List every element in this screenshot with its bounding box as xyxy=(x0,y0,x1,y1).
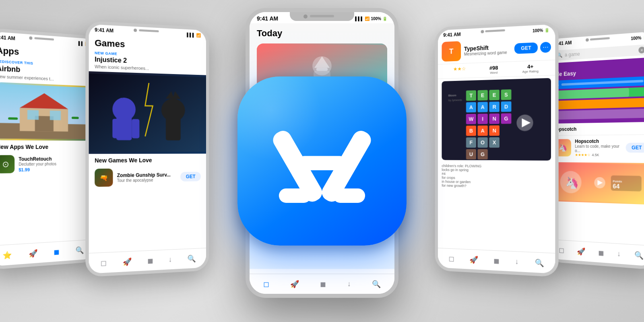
hopscotch-stars: ★★★★☆ xyxy=(575,153,590,157)
nav-games[interactable]: 🚀 xyxy=(29,249,37,258)
svg-rect-78 xyxy=(279,188,311,203)
nav-today[interactable]: ⭐ xyxy=(2,250,12,260)
nav-games-c[interactable]: 🚀 xyxy=(290,280,299,289)
signal-icon-2: ▌▌▌ xyxy=(187,32,195,37)
nav-today-4[interactable]: ◻ xyxy=(448,254,454,263)
typeshift-app-icon: T xyxy=(442,41,461,62)
battery-pct-4: 100% xyxy=(533,28,543,33)
nav-layers-5[interactable]: ◼ xyxy=(598,248,604,257)
nav-search[interactable]: 🔍 xyxy=(76,246,84,255)
age-section: 4+ Age Rating xyxy=(522,63,539,74)
app-price: $1.99 xyxy=(19,166,89,172)
more-options-btn[interactable]: ⋯ xyxy=(540,42,551,53)
svg-rect-7 xyxy=(8,117,18,120)
nav-games-5[interactable]: 🚀 xyxy=(577,247,585,256)
zombie-game-item: 🔫 Zombie Gunship Surv... Tour the apocal… xyxy=(89,165,206,190)
camera-dot xyxy=(29,36,32,40)
clear-search-btn[interactable]: × xyxy=(638,47,644,54)
game-preview-banner: 🦄 Points 64 xyxy=(553,162,644,204)
battery-icon-4: 🔋 xyxy=(544,28,549,33)
new-apps-title: New Apps We Love xyxy=(0,140,95,152)
center-camera xyxy=(303,14,308,19)
svg-text:W: W xyxy=(469,116,474,122)
nav-today-2[interactable]: ◻ xyxy=(100,258,106,267)
svg-rect-9 xyxy=(89,73,206,152)
search-icon-c: 🔍 xyxy=(372,280,381,289)
nav-search-c[interactable]: 🔍 xyxy=(372,280,381,289)
nav-down-2[interactable]: ↓ xyxy=(169,255,172,264)
app-store-logo-svg xyxy=(263,102,381,220)
age-label: Age Rating xyxy=(522,69,539,73)
nav-layers-2[interactable]: ◼ xyxy=(147,256,153,265)
zombie-app-info: Zombie Gunship Surv... Tour the apocalyp… xyxy=(117,172,177,183)
app-desc: Declutter your photos xyxy=(19,161,89,167)
nav-apps[interactable]: ◼ xyxy=(54,247,60,256)
nav-layers-4[interactable]: ◼ xyxy=(493,256,500,265)
svg-text:R: R xyxy=(493,104,496,110)
signal-icon: ▌▌ xyxy=(78,41,84,46)
search-placeholder: a game xyxy=(565,51,580,58)
svg-text:O: O xyxy=(481,140,485,145)
nav-search-4[interactable]: 🔍 xyxy=(535,258,544,268)
down-icon-c: ↓ xyxy=(347,280,351,288)
nav-search-5[interactable]: 🔍 xyxy=(634,250,644,260)
nav-today-c[interactable]: ◻ xyxy=(263,280,269,289)
nav-games-2[interactable]: 🚀 xyxy=(122,257,131,266)
rank-section: #98 Word xyxy=(489,65,498,75)
center-speaker xyxy=(310,15,334,17)
center-screen-label: Today xyxy=(250,23,394,43)
svg-text:U: U xyxy=(469,152,473,157)
hopscotch-count: 4.5K xyxy=(592,153,599,157)
nav-down-5[interactable]: ↓ xyxy=(617,250,621,258)
zombie-desc: Tour the apocalypse xyxy=(117,178,177,183)
battery-icon-5: 🔋 xyxy=(643,35,644,40)
wifi-icon-2: 📶 xyxy=(196,33,200,37)
svg-rect-12 xyxy=(112,119,120,138)
search-icon-2: 🔍 xyxy=(187,254,196,263)
nav-down-4[interactable]: ↓ xyxy=(515,257,518,266)
status-icons-5: 100% 🔋 xyxy=(631,35,644,41)
svg-text:Bloom: Bloom xyxy=(448,93,456,97)
svg-rect-77 xyxy=(297,156,347,170)
svg-text:E: E xyxy=(493,92,496,98)
today-icon: ⭐ xyxy=(2,250,12,260)
typeshift-get-btn[interactable]: GET xyxy=(514,42,538,54)
bar-orange xyxy=(553,98,644,109)
games-icon-4: 🚀 xyxy=(469,255,478,264)
layers-icon-4: ◼ xyxy=(493,256,500,265)
app-info-touch: TouchRetouch Declutter your photos $1.99 xyxy=(19,156,89,172)
nav-search-2[interactable]: 🔍 xyxy=(187,254,196,263)
app-store-icon xyxy=(237,76,407,246)
hopscotch-name: Hopscotch xyxy=(575,138,621,144)
game-hero-image xyxy=(89,71,206,154)
apps-section: Apps REDISCOVER THIS Airbnb New summer e… xyxy=(0,41,95,177)
hopscotch-get-btn[interactable]: GET xyxy=(626,143,644,153)
status-time-2: 9:41 AM xyxy=(95,27,114,34)
progress-bar-1 xyxy=(561,80,644,86)
apps-screen: Apps REDISCOVER THIS Airbnb New summer e… xyxy=(0,41,95,265)
nav-down-c[interactable]: ↓ xyxy=(347,280,351,288)
purple-section: s ade Easy ▶ xyxy=(549,57,644,124)
svg-text:N: N xyxy=(493,128,496,134)
phone-right: 9:41 AM 100% 🔋 T TypeShift Mesmerizing w… xyxy=(435,21,559,277)
today-icon-2: ◻ xyxy=(100,258,106,267)
nav-games-4[interactable]: 🚀 xyxy=(469,255,478,264)
status-icons-2: ▌▌▌ 📶 xyxy=(187,32,201,37)
nav-layers-c[interactable]: ◼ xyxy=(320,280,326,289)
center-wifi: 📶 xyxy=(365,17,369,21)
center-time: 9:41 AM xyxy=(257,15,278,22)
bar-green-inner xyxy=(553,88,629,99)
status-time-4: 9:41 AM xyxy=(443,31,460,38)
get-button[interactable]: GET xyxy=(180,172,200,182)
svg-text:G: G xyxy=(481,152,485,157)
down-icon-2: ↓ xyxy=(169,255,172,264)
word-game-preview: T E E S A A xyxy=(442,78,551,161)
phone-left: 9:41 AM ▌▌▌ 📶 Games NEW GAME Injustice 2… xyxy=(85,21,209,277)
svg-text:X: X xyxy=(493,140,496,145)
center-battery: 100% xyxy=(371,17,381,21)
games-icon-2: 🚀 xyxy=(122,257,131,266)
svg-text:A: A xyxy=(481,104,485,110)
nav-today-5[interactable]: ◻ xyxy=(559,246,564,254)
svg-rect-13 xyxy=(132,119,139,138)
svg-rect-5 xyxy=(27,110,39,120)
